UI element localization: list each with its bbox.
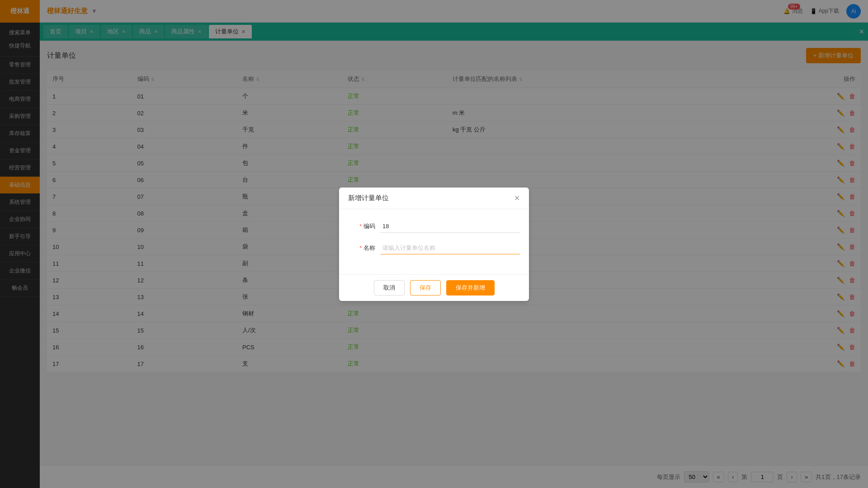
code-required-mark: * [359,223,362,230]
name-required-mark: * [359,244,362,251]
modal-footer: 取消 保存 保存并新增 [339,274,529,301]
modal-overlay: 新增计量单位 ✕ * 编码 * 名称 取消 保存 保存并新增 [0,0,868,488]
modal-close-button[interactable]: ✕ [514,194,520,202]
code-label: * 编码 [348,222,375,230]
cancel-button[interactable]: 取消 [374,280,405,296]
modal-body: * 编码 * 名称 [339,209,529,274]
modal-header: 新增计量单位 ✕ [339,188,529,209]
save-and-new-button[interactable]: 保存并新增 [446,280,495,296]
form-row-name: * 名称 [348,242,520,254]
save-button[interactable]: 保存 [410,280,441,296]
name-input[interactable] [381,242,520,254]
code-input[interactable] [381,220,520,233]
name-label: * 名称 [348,244,375,252]
add-unit-modal: 新增计量单位 ✕ * 编码 * 名称 取消 保存 保存并新增 [339,188,529,301]
modal-title: 新增计量单位 [348,194,389,202]
form-row-code: * 编码 [348,220,520,233]
